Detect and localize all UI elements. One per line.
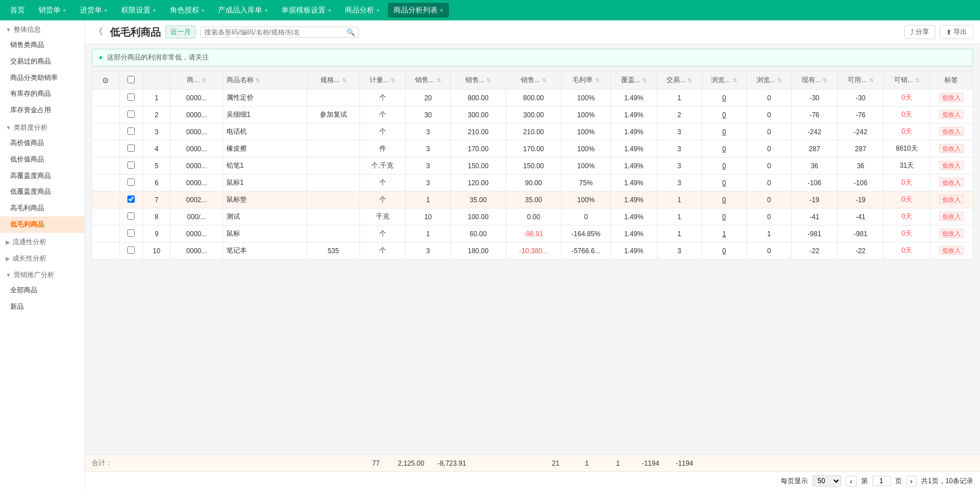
sort-unit-icon[interactable]: ⇅	[391, 77, 395, 83]
nav-item-roles[interactable]: 角色授权 ×	[164, 3, 211, 18]
sidebar-section-circulation[interactable]: ▶ 流通性分析	[0, 233, 84, 249]
collapse-sidebar-button[interactable]: 《	[92, 25, 105, 39]
sort-coverage-icon[interactable]: ⇅	[642, 77, 647, 83]
export-button[interactable]: ⬆ 导出	[940, 25, 973, 39]
sort-saleable-icon[interactable]: ⇅	[915, 77, 919, 83]
col-view1[interactable]: 浏览... ⇅	[701, 71, 746, 90]
sort-name-icon[interactable]: ⇅	[255, 77, 260, 83]
sort-view2-icon[interactable]: ⇅	[777, 77, 782, 83]
nav-item-template[interactable]: 单据模板设置 ×	[276, 3, 337, 18]
sort-spec-icon[interactable]: ⇅	[342, 77, 346, 83]
col-coverage[interactable]: 覆盖... ⇅	[611, 71, 657, 90]
nav-item-sales[interactable]: 销货单 ×	[33, 3, 72, 18]
row-checkbox[interactable]	[127, 229, 135, 237]
col-available[interactable]: 可用... ⇅	[837, 71, 883, 90]
row-check[interactable]	[119, 174, 143, 191]
sort-gross-rate-icon[interactable]: ⇅	[595, 77, 600, 83]
row-check[interactable]	[119, 140, 143, 157]
row-check[interactable]	[119, 106, 143, 123]
nav-close-template[interactable]: ×	[328, 7, 331, 14]
prev-page-button[interactable]: ‹	[846, 476, 856, 487]
nav-item-analysis[interactable]: 商品分析 ×	[339, 3, 386, 18]
row-checkbox[interactable]	[127, 195, 135, 203]
row-view1[interactable]: 0	[701, 191, 746, 208]
row-check[interactable]	[119, 90, 143, 106]
sidebar-item-inventory-fund[interactable]: 库存资金占用	[0, 102, 84, 118]
sidebar-section-marketing[interactable]: ▼ 营销推广分析	[0, 266, 84, 282]
sidebar-section-overall[interactable]: ▼ 整体信息	[0, 20, 84, 37]
nav-close-analysis-list[interactable]: ×	[440, 7, 443, 14]
row-view1[interactable]: 0	[701, 140, 746, 157]
nav-close-analysis[interactable]: ×	[376, 7, 380, 14]
sidebar-section-cluster[interactable]: ▼ 类群度分析	[0, 118, 84, 135]
sort-view1-icon[interactable]: ⇅	[733, 77, 737, 83]
col-check-all[interactable]	[119, 71, 143, 90]
col-code[interactable]: 商... ⇅	[170, 71, 222, 90]
per-page-select[interactable]: 50 100 200	[812, 475, 841, 487]
sort-available-icon[interactable]: ⇅	[869, 77, 874, 83]
sort-sales-profit-icon[interactable]: ⇅	[542, 77, 546, 83]
col-sales-profit[interactable]: 销售... ⇅	[506, 71, 562, 90]
col-settings[interactable]: ⚙	[92, 71, 120, 90]
col-view2[interactable]: 浏览... ⇅	[747, 71, 791, 90]
row-check[interactable]	[119, 123, 143, 140]
row-checkbox[interactable]	[127, 127, 135, 135]
sidebar-section-growth[interactable]: ▶ 成长性分析	[0, 249, 84, 266]
search-icon[interactable]: 🔍	[346, 28, 355, 36]
row-check[interactable]	[119, 242, 143, 259]
sidebar-item-low-profit[interactable]: 低毛利商品	[0, 216, 84, 233]
row-view1[interactable]: 0	[701, 242, 746, 259]
sort-transaction-icon[interactable]: ⇅	[687, 77, 692, 83]
share-button[interactable]: ⤴ 分享	[904, 25, 935, 39]
sidebar-item-sales-goods[interactable]: 销售类商品	[0, 37, 84, 53]
sidebar-item-high-profit[interactable]: 高毛利商品	[0, 200, 84, 216]
row-view1[interactable]: 0	[701, 174, 746, 191]
col-sales-price[interactable]: 销售... ⇅	[451, 71, 506, 90]
row-checkbox[interactable]	[127, 144, 135, 152]
sort-current-stock-icon[interactable]: ⇅	[823, 77, 827, 83]
sidebar-item-traded-goods[interactable]: 交易过的商品	[0, 53, 84, 70]
col-name[interactable]: 商品名称 ⇅	[222, 71, 307, 90]
row-checkbox[interactable]	[127, 246, 135, 254]
row-check[interactable]	[119, 157, 143, 174]
row-view1[interactable]: 0	[701, 157, 746, 174]
row-check[interactable]	[119, 191, 143, 208]
sidebar-item-all-goods[interactable]: 全部商品	[0, 282, 84, 299]
nav-item-home[interactable]: 首页	[5, 3, 31, 18]
settings-icon[interactable]: ⚙	[102, 76, 109, 85]
nav-close-purchase[interactable]: ×	[104, 7, 108, 14]
col-unit[interactable]: 计量... ⇅	[360, 71, 405, 90]
col-sales-qty[interactable]: 销售... ⇅	[405, 71, 450, 90]
sidebar-item-inventory-goods[interactable]: 有库存的商品	[0, 86, 84, 102]
nav-item-purchase[interactable]: 进货单 ×	[74, 3, 113, 18]
sidebar-item-low-value[interactable]: 低价值商品	[0, 151, 84, 168]
filter-period-button[interactable]: 近一月	[165, 25, 196, 39]
sidebar-item-low-coverage[interactable]: 低覆盖度商品	[0, 184, 84, 200]
row-view1[interactable]: 1	[701, 225, 746, 242]
row-checkbox[interactable]	[127, 161, 135, 169]
row-checkbox[interactable]	[127, 110, 135, 118]
next-page-button[interactable]: ›	[906, 476, 917, 487]
select-all-checkbox[interactable]	[127, 76, 135, 83]
search-input[interactable]	[204, 28, 346, 36]
table-container[interactable]: ⚙ 商... ⇅ 商品名称 ⇅	[85, 71, 980, 454]
row-view1[interactable]: 0	[701, 123, 746, 140]
row-view1[interactable]: 0	[701, 90, 746, 106]
col-gross-rate[interactable]: 毛利率 ⇅	[561, 71, 610, 90]
row-checkbox[interactable]	[127, 93, 135, 101]
nav-close-sales[interactable]: ×	[63, 7, 66, 14]
nav-close-products[interactable]: ×	[264, 7, 268, 14]
sidebar-item-category-sales[interactable]: 商品分类助销率	[0, 70, 84, 86]
nav-close-permissions[interactable]: ×	[153, 7, 156, 14]
row-check[interactable]	[119, 208, 143, 225]
col-current-stock[interactable]: 现有... ⇅	[791, 71, 837, 90]
sort-sales-price-icon[interactable]: ⇅	[486, 77, 491, 83]
row-check[interactable]	[119, 225, 143, 242]
row-checkbox[interactable]	[127, 212, 135, 220]
nav-item-analysis-list[interactable]: 商品分析列表 ×	[388, 3, 449, 18]
nav-item-permissions[interactable]: 权限设置 ×	[115, 3, 162, 18]
sort-code-icon[interactable]: ⇅	[202, 77, 206, 83]
col-transaction[interactable]: 交易... ⇅	[657, 71, 701, 90]
row-view1[interactable]: 0	[701, 106, 746, 123]
row-checkbox[interactable]	[127, 178, 135, 186]
